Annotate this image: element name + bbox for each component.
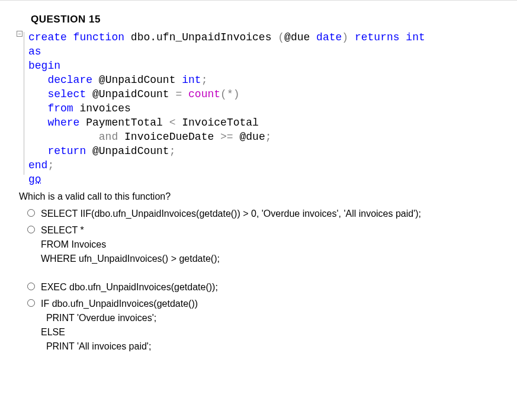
semi: ; — [201, 74, 208, 86]
option-a-text: SELECT IIF(dbo.ufn_UnpaidInvoices(getdat… — [41, 207, 421, 221]
option-d-text: IF dbo.ufn_UnpaidInvoices(getdate()) PRI… — [41, 297, 198, 354]
kw-create: create — [28, 31, 67, 43]
kw-from: from — [28, 102, 73, 114]
option-b[interactable]: SELECT * FROM Invoices WHERE ufn_UnpaidI… — [27, 223, 493, 266]
kw-end: end — [28, 159, 47, 171]
kw-as: as — [28, 46, 41, 57]
col: PaymentTotal — [79, 117, 169, 129]
option-a[interactable]: SELECT IIF(dbo.ufn_UnpaidInvoices(getdat… — [27, 207, 493, 221]
radio-icon[interactable] — [27, 299, 35, 307]
op-lt: < — [169, 117, 176, 129]
kw-declare: declare — [28, 74, 92, 86]
semi: ; — [47, 159, 54, 171]
op-gte: >= — [220, 131, 233, 143]
fn-count: count — [182, 88, 220, 100]
kw-begin: begin — [28, 60, 60, 72]
option-c[interactable]: EXEC dbo.ufn_UnpaidInvoices(getdate()); — [27, 280, 493, 294]
semi: ; — [169, 145, 176, 157]
var: @UnpaidCount — [92, 74, 182, 86]
fold-bar — [24, 32, 24, 175]
var: @UnpaidCount — [86, 145, 169, 157]
radio-icon[interactable] — [27, 209, 35, 217]
kw-returns: returns — [348, 31, 399, 43]
param: @due — [284, 31, 316, 43]
kw-return: return — [28, 145, 86, 157]
spacer — [27, 268, 493, 280]
kw-go: go — [28, 174, 41, 185]
kw-where: where — [28, 117, 79, 129]
var: @UnpaidCount — [86, 88, 175, 100]
fold-icon: − — [17, 31, 23, 37]
code-block: − create function dbo.ufn_UnpaidInvoices… — [20, 30, 493, 187]
code-gutter: − — [19, 30, 26, 187]
question-container: QUESTION 15 − create function dbo.ufn_Un… — [0, 1, 517, 368]
paren: ( — [278, 31, 284, 43]
semi: ; — [265, 131, 272, 143]
op-eq: = — [175, 88, 182, 100]
type-date: date — [316, 31, 342, 43]
tbl: invoices — [73, 102, 131, 114]
question-title: QUESTION 15 — [31, 14, 493, 25]
radio-icon[interactable] — [27, 283, 35, 290]
var: @due — [233, 131, 265, 143]
col: InvoiceDueDate — [118, 131, 220, 143]
paren: ) — [342, 31, 348, 43]
radio-icon[interactable] — [27, 226, 35, 233]
options-list: SELECT IIF(dbo.ufn_UnpaidInvoices(getdat… — [27, 207, 493, 354]
code-content: create function dbo.ufn_UnpaidInvoices (… — [20, 30, 493, 187]
question-prompt: Which is a valid call to this function? — [19, 191, 493, 202]
option-b-text: SELECT * FROM Invoices WHERE ufn_UnpaidI… — [41, 223, 220, 266]
kw-select: select — [28, 88, 86, 100]
fn-name: dbo.ufn_UnpaidInvoices — [124, 31, 278, 43]
type-int: int — [400, 31, 425, 43]
star: (*) — [220, 88, 239, 100]
option-d[interactable]: IF dbo.ufn_UnpaidInvoices(getdate()) PRI… — [27, 297, 493, 354]
type-int: int — [182, 74, 201, 86]
kw-and: and — [28, 131, 118, 143]
kw-function: function — [67, 31, 124, 43]
col: InvoiceTotal — [175, 117, 258, 129]
option-c-text: EXEC dbo.ufn_UnpaidInvoices(getdate()); — [41, 280, 218, 294]
